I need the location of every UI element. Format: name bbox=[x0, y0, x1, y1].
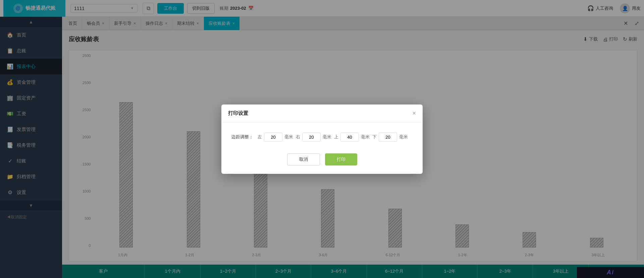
cancel-button[interactable]: 取消 bbox=[287, 153, 320, 165]
confirm-print-button[interactable]: 打印 bbox=[325, 153, 357, 165]
margin-right-group: 右 毫米 bbox=[296, 133, 331, 142]
bottom-input[interactable] bbox=[379, 133, 397, 142]
top-label: 上 bbox=[334, 134, 338, 140]
margin-left-group: 左 毫米 bbox=[258, 133, 293, 142]
margin-top-group: 上 毫米 bbox=[334, 133, 370, 142]
margin-form-row: 边距调整： 左 毫米 右 毫米 上 毫米 下 bbox=[231, 133, 413, 142]
print-settings-modal: 打印设置 × 边距调整： 左 毫米 右 毫米 上 毫米 bbox=[221, 105, 423, 174]
modal-body: 边距调整： 左 毫米 右 毫米 上 毫米 下 bbox=[221, 123, 423, 148]
top-unit: 毫米 bbox=[361, 134, 370, 140]
left-label: 左 bbox=[258, 134, 262, 140]
bottom-label: 下 bbox=[372, 134, 377, 140]
right-label: 右 bbox=[296, 134, 300, 140]
bottom-unit: 毫米 bbox=[399, 134, 408, 140]
modal-footer: 取消 打印 bbox=[221, 148, 423, 174]
top-input[interactable] bbox=[340, 133, 359, 142]
right-input[interactable] bbox=[302, 133, 321, 142]
modal-overlay: 打印设置 × 边距调整： 左 毫米 右 毫米 上 毫米 bbox=[0, 0, 644, 278]
left-unit: 毫米 bbox=[284, 134, 293, 140]
left-input[interactable] bbox=[264, 133, 282, 142]
modal-title: 打印设置 bbox=[228, 110, 248, 117]
modal-header: 打印设置 × bbox=[221, 105, 423, 123]
margin-label: 边距调整： bbox=[231, 134, 253, 140]
modal-close-button[interactable]: × bbox=[412, 110, 416, 117]
margin-bottom-group: 下 毫米 bbox=[372, 133, 408, 142]
right-unit: 毫米 bbox=[323, 134, 331, 140]
